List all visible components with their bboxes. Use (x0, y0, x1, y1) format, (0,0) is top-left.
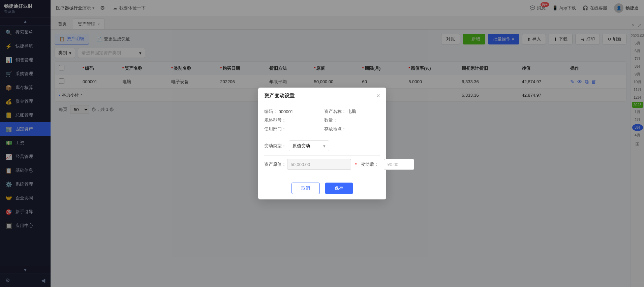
modal-field-spec: 规格型号： (264, 117, 320, 123)
modal-field-code: 编码： 000001 (264, 108, 320, 115)
modal-field-department: 使用部门： (264, 126, 320, 132)
modal-info-grid: 编码： 000001 资产名称： 电脑 规格型号： 数量： 使用部门： (264, 108, 380, 132)
original-value-input[interactable] (287, 159, 351, 170)
modal-original-value-row: 资产原值： * 变动后： (264, 159, 380, 170)
modal-divider-1 (264, 137, 380, 137)
cancel-button[interactable]: 取消 (292, 183, 320, 194)
modal-header: 资产变动设置 × (258, 88, 386, 103)
modal-change-type-row: 变动类型： 原值变动 ▾ (264, 140, 380, 151)
modal-body: 编码： 000001 资产名称： 电脑 规格型号： 数量： 使用部门： (258, 103, 386, 179)
modal-divider-2 (264, 155, 380, 156)
modal-overlay[interactable]: 资产变动设置 × 编码： 000001 资产名称： 电脑 规格型号： 数量： (0, 0, 644, 287)
asset-change-modal: 资产变动设置 × 编码： 000001 资产名称： 电脑 规格型号： 数量： (258, 88, 386, 199)
required-mark: * (355, 162, 357, 167)
modal-close-btn[interactable]: × (376, 92, 380, 99)
modal-field-location: 存放地点： (324, 126, 380, 132)
original-value-label: 资产原值： (264, 161, 284, 167)
change-type-label: 变动类型： (264, 143, 286, 149)
modal-field-name: 资产名称： 电脑 (324, 108, 380, 115)
after-change-label: 变动后： (361, 161, 381, 167)
after-change-input[interactable] (384, 159, 414, 170)
modal-field-quantity: 数量： (324, 117, 380, 123)
change-type-select[interactable]: 原值变动 ▾ (289, 140, 329, 151)
modal-footer: 取消 保存 (258, 179, 386, 199)
change-type-arrow-icon: ▾ (323, 144, 326, 149)
modal-title: 资产变动设置 (264, 93, 295, 99)
save-button[interactable]: 保存 (325, 183, 353, 194)
change-type-value: 原值变动 (293, 143, 310, 149)
